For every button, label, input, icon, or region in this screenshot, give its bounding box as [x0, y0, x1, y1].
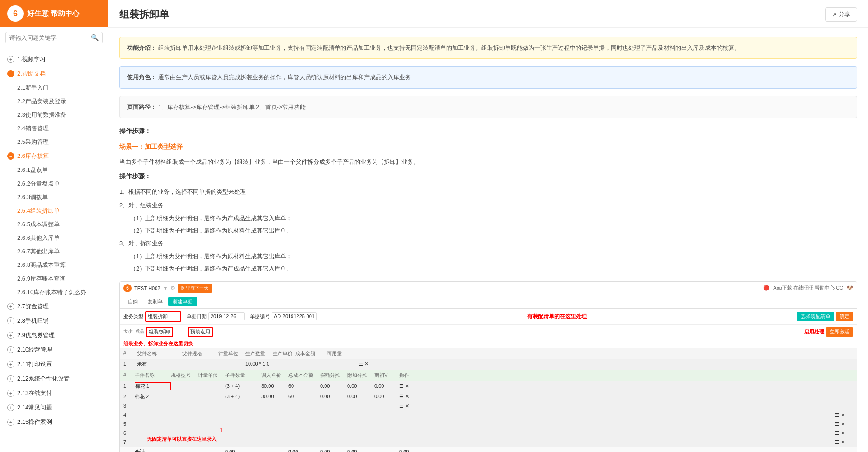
role-text: 通常由生产人员或库管人员完成拆装业务的操作，库管人员确认原材料的出库和产成品的入… [158, 74, 411, 81]
sidebar-nav: + 1.视频学习 − 2.帮助文档 2.1新手入门 2.2产品安装及登录 2.3… [0, 48, 108, 452]
sidebar-item-2-6-7[interactable]: 2.6.7其他出库单 [0, 245, 108, 258]
sidebar-item-2-6-10[interactable]: 2.6.10库存账本错了怎么办 [0, 285, 108, 299]
sidebar-item-2-5[interactable]: 2.5采购管理 [0, 135, 108, 149]
expand-icon-2-8: + [7, 317, 14, 324]
search-input[interactable] [9, 34, 91, 41]
expand-icon-2-10: + [7, 346, 14, 353]
step3-1: （1）上部明细为父件明细，最终作为原材料生成其它出库单； [130, 251, 857, 262]
child-table-footer: 合计 0.00 0.00 0.00 0.00 0.00 [120, 447, 857, 452]
sidebar-item-2-13[interactable]: + 2.13在线支付 [0, 386, 108, 400]
child-row-4: 4 ☰ ✕ [120, 411, 857, 420]
child-table-header: # 子件名称 规格型号 计量单位 子件数量 调入单价 总成本金额 损耗分摊 附加… [120, 370, 857, 381]
form-field-type: 业务类型 组装拆卸 [123, 311, 181, 322]
app-simulation: 6 TEST-H002 ▼ ⚙ 阿里旗下一天 🔴 App下载 在线旺旺 帮助中心… [120, 282, 857, 452]
ops-steps-title: 操作步骤： [119, 171, 857, 182]
child-table: # 子件名称 规格型号 计量单位 子件数量 调入单价 总成本金额 损耗分摊 附加… [120, 370, 857, 452]
ann-arrow-4: ↑ [219, 425, 223, 433]
sidebar-item-2-4[interactable]: 2.4销售管理 [0, 122, 108, 135]
ops-title: 操作步骤： [119, 125, 857, 137]
form-input-type[interactable]: 组装拆卸 [145, 311, 181, 322]
enable-input[interactable]: 预填点用 [188, 327, 213, 337]
main-content: 功能介绍： 组装拆卸单用来处理企业组装或拆卸等加工业务，支持有固定装配清单的产品… [108, 28, 868, 452]
form-label-date: 单据日期 [187, 313, 207, 320]
step2-2: （2）下部明细为子件明细，最终作为原材料生成其它出库单。 [130, 225, 857, 236]
path-block: 页面路径： 1、库存核算->库存管理->组装拆卸单 2、首页->常用功能 [119, 96, 857, 118]
path-title: 页面路径： [127, 104, 156, 110]
child-row-6: 6 ☰ ✕ [120, 429, 857, 438]
form-input-date[interactable]: 2019-12-26 [208, 312, 245, 320]
sidebar-item-2-6-6[interactable]: 2.6.6其他入库单 [0, 231, 108, 245]
sidebar-item-2-6-2[interactable]: 2.6.2分量盘点单 [0, 177, 108, 190]
sidebar-item-2-14[interactable]: + 2.14常见问题 [0, 400, 108, 415]
step2-1: （1）上部明细为父件明细，最终作为产成品生成其它入库单； [130, 213, 857, 224]
form-label-type: 业务类型 [123, 313, 143, 320]
select-bom-button[interactable]: 选择装配清单 [797, 312, 834, 321]
intro-text: 组装拆卸单用来处理企业组装或拆卸等加工业务，支持有固定装配清单的产品加工业务，也… [158, 44, 740, 51]
sidebar-item-2-6[interactable]: − 2.6库存核算 [0, 149, 108, 163]
sidebar-item-2-2[interactable]: 2.2产品安装及登录 [0, 95, 108, 108]
ops-section: 操作步骤： 场景一：加工类型选择 当由多个子件材料组装成一个成品的业务为【组装】… [119, 125, 857, 274]
search-container: 🔍 [0, 27, 108, 48]
intro-block: 功能介绍： 组装拆卸单用来处理企业组装或拆卸等加工业务，支持有固定装配清单的产品… [119, 37, 857, 59]
intro-title: 功能介绍： [127, 44, 156, 51]
sidebar-item-2-9[interactable]: + 2.9优惠券管理 [0, 328, 108, 343]
page-title: 组装拆卸单 [119, 8, 169, 21]
activate-button[interactable]: 立即激活 [826, 327, 853, 337]
app-tab-self[interactable]: 自购 [123, 297, 142, 306]
sidebar-item-2-7[interactable]: + 2.7资金管理 [0, 299, 108, 314]
sidebar-header: 6 好生意 帮助中心 [0, 0, 108, 27]
main: 组装拆卸单 ↗ 分享 功能介绍： 组装拆卸单用来处理企业组装或拆卸等加工业务，支… [108, 0, 868, 452]
expand-icon-2-11: + [7, 361, 14, 368]
sidebar-item-2-6-3[interactable]: 2.6.3调拨单 [0, 190, 108, 204]
child-row-7: 7 ☰ ✕ [120, 438, 857, 447]
sidebar-item-2[interactable]: − 2.帮助文档 [0, 67, 108, 81]
role-block: 使用角色： 通常由生产人员或库管人员完成拆装业务的操作，库管人员确认原材料的出库… [119, 66, 857, 88]
sidebar-item-2-3[interactable]: 2.3使用前数据准备 [0, 108, 108, 122]
sidebar-item-2-11[interactable]: + 2.11打印设置 [0, 357, 108, 371]
search-button[interactable]: 🔍 [91, 34, 99, 41]
app-topbar: 6 TEST-H002 ▼ ⚙ 阿里旗下一天 🔴 App下载 在线旺旺 帮助中心… [120, 282, 857, 295]
step1: 1、根据不同的业务，选择不同单据的类型来处理 [119, 186, 857, 197]
sidebar-item-2-1[interactable]: 2.1新手入门 [0, 81, 108, 95]
app-nav-tabs: 自购 复制单 新建单据 [120, 295, 857, 309]
app-feedback-btn[interactable]: 阿里旗下一天 [178, 284, 212, 293]
sidebar-item-2-15[interactable]: + 2.15操作案例 [0, 415, 108, 429]
screenshot: 6 TEST-H002 ▼ ⚙ 阿里旗下一天 🔴 App下载 在线旺旺 帮助中心… [119, 281, 857, 452]
share-button[interactable]: ↗ 分享 [825, 7, 857, 22]
ann-text-2: 组装业务、拆卸业务在这里切换 [123, 341, 193, 346]
expand-icon-2-12: + [7, 375, 14, 382]
sidebar-item-2-6-5[interactable]: 2.6.5成本调整单 [0, 218, 108, 231]
logo-icon: 6 [7, 5, 24, 22]
expand-icon-2-15: + [7, 419, 14, 426]
sidebar-item-2-6-1[interactable]: 2.6.1盘点单 [0, 163, 108, 177]
form-field-date: 单据日期 2019-12-26 [187, 312, 245, 320]
sidebar-item-2-6-8[interactable]: 2.6.8商品成本重算 [0, 258, 108, 272]
sidebar-item-2-6-9[interactable]: 2.6.9库存账本查询 [0, 272, 108, 285]
expand-icon-2-9: + [7, 332, 14, 339]
sidebar-item-2-8[interactable]: + 2.8手机旺铺 [0, 314, 108, 328]
confirm-button[interactable]: 确定 [836, 312, 853, 321]
sidebar-item-2-6-4[interactable]: 2.6.4组装拆卸单 [0, 204, 108, 218]
collapse-icon-2-6: − [7, 152, 14, 160]
app-topbar-right: App下载 在线旺旺 帮助中心 CC [773, 285, 843, 291]
expand-icon-1: + [7, 56, 14, 63]
form-input-num[interactable]: AD-20191226-001 [272, 312, 317, 320]
sidebar-item-2-12[interactable]: + 2.12系统个性化设置 [0, 371, 108, 386]
app-tab-new[interactable]: 新建单据 [168, 297, 197, 306]
collapse-icon-2: − [7, 70, 14, 77]
share-icon: ↗ [832, 11, 837, 18]
sidebar-item-2-10[interactable]: + 2.10经营管理 [0, 343, 108, 357]
expand-icon-2-13: + [7, 390, 14, 397]
ann-text-1: 有装配清单的在这里处理 [322, 313, 792, 320]
ann-text-3: 启用处理 [804, 328, 824, 335]
form-field-num: 单据编号 AD-20191226-001 [250, 312, 317, 320]
parent-table: # 父件名称 父件规格 计量单位 生产数量 生产单价 成本金额 可用量 1 米布 [120, 348, 857, 369]
app-form: 业务类型 组装拆卸 单据日期 2019-12-26 单据编号 AD-201912… [120, 309, 857, 325]
child-row-5: 5 ☰ ✕ [120, 420, 857, 429]
step3-2: （2）下部明细为子件明细，最终作为产成品生成其它入库单。 [130, 263, 857, 274]
step2: 2、对于组装业务 [119, 200, 857, 210]
path-text: 1、库存核算->库存管理->组装拆卸单 2、首页->常用功能 [158, 104, 306, 110]
sidebar-item-1[interactable]: + 1.视频学习 [0, 52, 108, 67]
type-selector[interactable]: 组装/拆卸 [146, 327, 173, 337]
app-tab-copy[interactable]: 复制单 [143, 297, 167, 306]
